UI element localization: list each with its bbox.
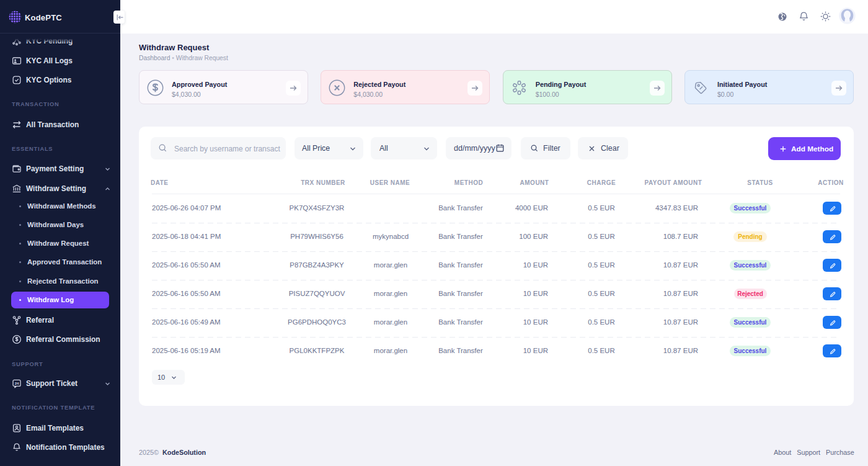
svg-text:24: 24 [15,382,19,385]
